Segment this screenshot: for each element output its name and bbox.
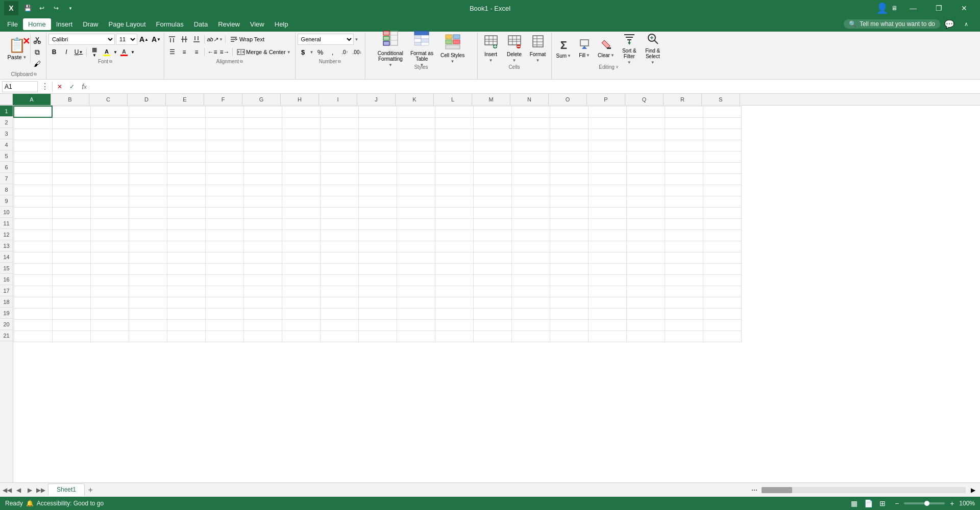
orientation-dropdown[interactable]: ▼ — [219, 37, 223, 42]
cell[interactable] — [167, 106, 205, 117]
cell[interactable] — [90, 173, 129, 185]
cell[interactable] — [550, 117, 588, 129]
italic-button[interactable]: I — [61, 46, 72, 58]
cell[interactable] — [129, 106, 167, 117]
cell[interactable] — [52, 274, 90, 286]
restore-ribbon-button[interactable]: 🖥 — [889, 3, 899, 13]
cell[interactable] — [397, 286, 435, 297]
cell[interactable] — [358, 319, 397, 330]
cell[interactable] — [167, 140, 205, 151]
cell[interactable] — [320, 286, 358, 297]
cell[interactable] — [435, 218, 473, 230]
cell[interactable] — [703, 151, 741, 162]
cell[interactable] — [14, 162, 52, 173]
cell[interactable] — [243, 297, 282, 308]
cell[interactable] — [473, 297, 511, 308]
cell[interactable] — [511, 230, 550, 241]
cell[interactable] — [588, 173, 626, 185]
cell[interactable] — [14, 297, 52, 308]
top-align-button[interactable] — [166, 34, 178, 45]
cell[interactable] — [626, 241, 665, 252]
align-center-button[interactable]: ≡ — [179, 46, 190, 58]
column-header-Q[interactable]: Q — [625, 94, 664, 105]
user-profile-icon[interactable]: 👤 — [877, 3, 887, 13]
cell[interactable] — [243, 129, 282, 140]
cell[interactable] — [550, 185, 588, 196]
cell[interactable] — [588, 129, 626, 140]
cell[interactable] — [205, 207, 243, 218]
cell[interactable] — [129, 207, 167, 218]
cell[interactable] — [397, 330, 435, 342]
cell[interactable] — [243, 106, 282, 117]
more-options-icon[interactable]: ⋮ — [40, 82, 50, 92]
cell[interactable] — [588, 106, 626, 117]
cell[interactable] — [588, 230, 626, 241]
editing-expand-icon[interactable]: ∧ — [616, 65, 619, 69]
menu-page-layout[interactable]: Page Layout — [104, 18, 151, 30]
sort-filter-button[interactable]: Sort & Filter ▼ — [618, 34, 641, 63]
cell[interactable] — [205, 140, 243, 151]
cell[interactable] — [626, 297, 665, 308]
row-number-12[interactable]: 12 — [0, 229, 13, 240]
format-painter-button[interactable]: 🖌 — [32, 58, 43, 69]
cell[interactable] — [358, 274, 397, 286]
cell[interactable] — [473, 173, 511, 185]
cell[interactable] — [167, 207, 205, 218]
cell[interactable] — [205, 185, 243, 196]
cell[interactable] — [90, 140, 129, 151]
cell[interactable] — [511, 308, 550, 319]
cell[interactable] — [511, 319, 550, 330]
restore-button[interactable]: ❐ — [927, 0, 950, 16]
cell[interactable] — [282, 106, 320, 117]
font-color-button[interactable]: A — [118, 46, 130, 58]
cell[interactable] — [665, 207, 703, 218]
cell[interactable] — [626, 319, 665, 330]
cell[interactable] — [14, 173, 52, 185]
fill-color-button[interactable]: A — [101, 46, 112, 58]
delete-button[interactable]: Delete ▼ — [503, 34, 526, 63]
sheet-nav-prev[interactable]: ◀ — [13, 485, 23, 495]
cell[interactable] — [320, 151, 358, 162]
menu-file[interactable]: File — [2, 18, 23, 30]
column-header-O[interactable]: O — [549, 94, 587, 105]
cell[interactable] — [626, 151, 665, 162]
cell[interactable] — [473, 185, 511, 196]
cell[interactable] — [435, 252, 473, 263]
cell[interactable] — [665, 330, 703, 342]
row-number-5[interactable]: 5 — [0, 150, 13, 162]
cell[interactable] — [90, 196, 129, 207]
cell[interactable] — [473, 140, 511, 151]
column-header-L[interactable]: L — [434, 94, 472, 105]
cell[interactable] — [397, 218, 435, 230]
cell[interactable] — [129, 274, 167, 286]
cell[interactable] — [665, 274, 703, 286]
cell[interactable] — [282, 173, 320, 185]
comments-icon[interactable]: 💬 — [944, 19, 954, 29]
cell[interactable] — [703, 173, 741, 185]
cell[interactable] — [90, 218, 129, 230]
cell[interactable] — [665, 117, 703, 129]
cell[interactable] — [550, 263, 588, 274]
save-button[interactable]: 💾 — [22, 3, 33, 13]
cell[interactable] — [52, 330, 90, 342]
cell[interactable] — [282, 319, 320, 330]
cell[interactable] — [14, 308, 52, 319]
zoom-in-button[interactable]: + — [947, 498, 957, 508]
collapse-ribbon-button[interactable]: ∧ — [954, 16, 978, 32]
cell[interactable] — [90, 106, 129, 117]
column-header-P[interactable]: P — [587, 94, 625, 105]
cell[interactable] — [243, 117, 282, 129]
cell[interactable] — [129, 263, 167, 274]
cell[interactable] — [397, 308, 435, 319]
cell[interactable] — [626, 274, 665, 286]
column-header-H[interactable]: H — [281, 94, 319, 105]
cell[interactable] — [550, 230, 588, 241]
copy-button[interactable]: ⧉ — [32, 46, 43, 58]
cell[interactable] — [626, 286, 665, 297]
cell[interactable] — [52, 241, 90, 252]
cell[interactable] — [511, 173, 550, 185]
cell[interactable] — [90, 330, 129, 342]
cell[interactable] — [473, 241, 511, 252]
cell[interactable] — [550, 252, 588, 263]
cell[interactable] — [167, 162, 205, 173]
